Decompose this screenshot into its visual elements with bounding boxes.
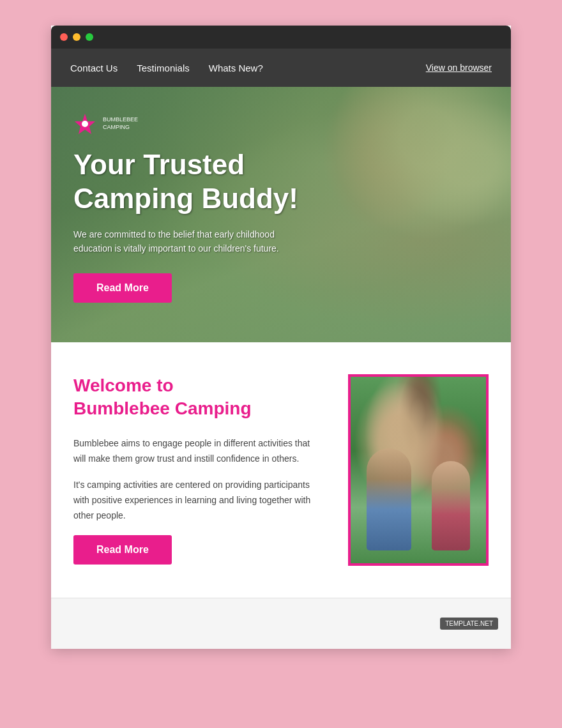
window-chrome: [51, 26, 511, 49]
hero-section: BUMBLEBEE Camping Your Trusted Camping B…: [51, 87, 511, 342]
view-browser-link[interactable]: View on browser: [426, 63, 492, 73]
hero-content: BUMBLEBEE Camping Your Trusted Camping B…: [51, 87, 511, 328]
hero-title: Your Trusted Camping Buddy!: [73, 148, 342, 216]
logo-sub: Camping: [103, 124, 138, 132]
welcome-para-2: It's camping activities are centered on …: [73, 478, 323, 523]
welcome-content: Welcome to Bumblebee Camping Bumblebee a…: [73, 374, 323, 565]
hero-logo: BUMBLEBEE Camping: [73, 112, 489, 135]
nav-whats-new[interactable]: Whats New?: [209, 63, 263, 73]
welcome-title: Welcome to Bumblebee Camping: [73, 374, 323, 421]
template-badge: TEMPLATE.NET: [440, 618, 498, 630]
hero-subtitle: We are committed to the belief that earl…: [73, 227, 303, 256]
bottom-section: TEMPLATE.NET: [51, 598, 511, 649]
nav-contact[interactable]: Contact Us: [70, 63, 118, 73]
svg-point-1: [82, 121, 88, 127]
welcome-para-1: Bumblebee aims to engage people in diffe…: [73, 436, 323, 467]
logo-brand: BUMBLEBEE: [103, 116, 138, 124]
hero-read-more-button[interactable]: Read More: [73, 273, 172, 303]
email-container: Contact Us Testimonials Whats New? View …: [51, 26, 511, 649]
bumblebee-logo-icon: [73, 112, 96, 135]
welcome-section: Welcome to Bumblebee Camping Bumblebee a…: [51, 342, 511, 598]
nav-testimonials[interactable]: Testimonials: [137, 63, 190, 73]
welcome-image-wrapper: [348, 374, 489, 566]
photo-child-1-silhouette: [367, 448, 411, 550]
nav-links: Contact Us Testimonials Whats New?: [70, 63, 263, 73]
logo-text: BUMBLEBEE Camping: [103, 116, 138, 131]
minimize-dot[interactable]: [73, 33, 80, 41]
close-dot[interactable]: [60, 33, 68, 41]
navbar: Contact Us Testimonials Whats New? View …: [51, 49, 511, 87]
photo-child-2-silhouette: [432, 461, 470, 550]
maximize-dot[interactable]: [86, 33, 93, 41]
welcome-image-border: [348, 374, 489, 566]
welcome-read-more-button[interactable]: Read More: [73, 535, 172, 565]
